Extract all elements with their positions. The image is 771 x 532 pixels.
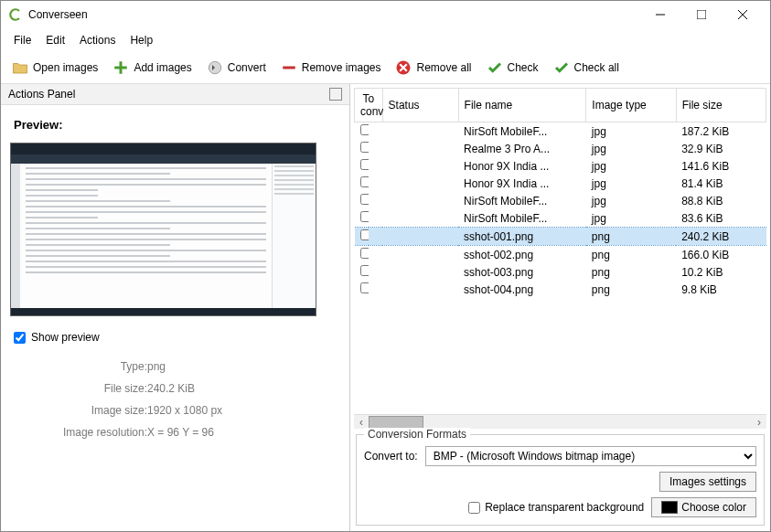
row-size: 83.6 KiB [676, 209, 766, 228]
col-status[interactable]: Status [382, 89, 458, 122]
table-row[interactable]: Honor 9X India ...jpg81.4 KiB [355, 175, 766, 192]
title-bar: Converseen [1, 1, 770, 28]
convert-button[interactable]: Convert [203, 58, 270, 78]
row-status [382, 122, 458, 141]
table-row[interactable]: NirSoft MobileF...jpg83.6 KiB [355, 209, 766, 228]
col-image-type[interactable]: Image type [586, 89, 676, 122]
row-status [382, 140, 458, 157]
table-row[interactable]: Honor 9X India ...jpg141.6 KiB [355, 157, 766, 175]
row-checkbox[interactable] [360, 124, 369, 135]
row-status [382, 228, 458, 246]
scroll-right-icon[interactable]: › [752, 415, 766, 430]
row-status [382, 157, 458, 175]
row-filename: sshot-003.png [458, 263, 586, 281]
row-size: 187.2 KiB [676, 122, 766, 141]
remove-images-label: Remove images [302, 61, 381, 74]
col-to-convert[interactable]: To convert [355, 89, 383, 122]
minus-icon [281, 59, 297, 76]
replace-transparent-input[interactable] [468, 502, 480, 514]
horizontal-scrollbar[interactable]: ‹ › [354, 414, 766, 429]
row-type: png [586, 263, 676, 281]
table-row[interactable]: sshot-004.pngpng9.8 KiB [355, 281, 766, 298]
row-type: jpg [586, 192, 676, 209]
info-imagesize-value: 1920 x 1080 px [147, 404, 331, 417]
menu-edit[interactable]: Edit [38, 30, 72, 50]
row-checkbox[interactable] [360, 159, 369, 170]
maximize-button[interactable] [680, 2, 722, 27]
row-status [382, 263, 458, 281]
row-checkbox[interactable] [360, 248, 369, 259]
convert-to-select[interactable]: BMP - (Microsoft Windows bitmap image) [425, 446, 756, 466]
menu-file[interactable]: File [6, 30, 38, 50]
show-preview-input[interactable] [14, 332, 26, 344]
row-status [382, 281, 458, 298]
row-filename: Realme 3 Pro A... [458, 140, 586, 157]
table-row[interactable]: sshot-003.pngpng10.2 KiB [355, 263, 766, 281]
images-settings-button[interactable]: Images settings [659, 472, 756, 492]
replace-transparent-label: Replace transparent background [485, 501, 644, 514]
convert-to-label: Convert to: [364, 450, 418, 463]
col-filename[interactable]: File name [458, 89, 586, 122]
color-swatch-icon [661, 501, 678, 514]
file-table-wrapper[interactable]: To convert Status File name Image type F… [354, 88, 766, 414]
row-checkbox[interactable] [360, 282, 369, 293]
svg-rect-5 [283, 67, 295, 69]
conversion-formats-title: Conversion Formats [364, 428, 470, 441]
preview-heading: Preview: [14, 118, 337, 132]
row-type: jpg [586, 209, 676, 228]
remove-all-button[interactable]: Remove all [391, 58, 475, 78]
row-filename: sshot-002.png [458, 246, 586, 264]
row-type: jpg [586, 157, 676, 175]
check-label: Check [508, 61, 539, 74]
check-all-button[interactable]: Check all [550, 58, 623, 78]
row-filename: NirSoft MobileF... [458, 122, 586, 141]
table-row[interactable]: NirSoft MobileF...jpg187.2 KiB [355, 122, 766, 141]
info-filesize-value: 240.2 KiB [147, 382, 331, 395]
row-checkbox[interactable] [360, 229, 369, 240]
row-checkbox[interactable] [360, 194, 369, 205]
row-checkbox[interactable] [360, 142, 369, 153]
table-row[interactable]: NirSoft MobileF...jpg88.8 KiB [355, 192, 766, 209]
image-info: Type: png File size: 240.2 KiB Image siz… [10, 360, 340, 439]
dock-toggle-icon[interactable] [329, 88, 342, 101]
row-type: jpg [586, 175, 676, 192]
plus-icon [112, 59, 129, 76]
row-filename: sshot-001.png [458, 228, 586, 246]
menu-help[interactable]: Help [123, 30, 160, 50]
show-preview-label: Show preview [31, 331, 100, 344]
window-title: Converseen [28, 8, 639, 21]
convert-label: Convert [228, 61, 266, 74]
add-images-label: Add images [134, 61, 191, 74]
table-row[interactable]: Realme 3 Pro A...jpg32.9 KiB [355, 140, 766, 157]
replace-transparent-checkbox[interactable]: Replace transparent background [468, 501, 644, 514]
row-checkbox[interactable] [360, 265, 369, 276]
row-filename: Honor 9X India ... [458, 157, 586, 175]
show-preview-checkbox[interactable]: Show preview [14, 331, 337, 344]
conversion-formats-group: Conversion Formats Convert to: BMP - (Mi… [356, 434, 765, 526]
choose-color-button[interactable]: Choose color [651, 497, 756, 517]
preview-thumbnail [10, 143, 316, 316]
check-all-label: Check all [574, 61, 619, 74]
toolbar: Open images Add images Convert Remove im… [1, 52, 770, 84]
row-size: 10.2 KiB [676, 263, 766, 281]
row-status [382, 175, 458, 192]
col-file-size[interactable]: File size [676, 89, 766, 122]
table-row[interactable]: sshot-002.pngpng166.0 KiB [355, 246, 766, 264]
row-checkbox[interactable] [360, 176, 369, 187]
row-size: 32.9 KiB [676, 140, 766, 157]
table-row[interactable]: sshot-001.pngpng240.2 KiB [355, 228, 766, 246]
file-table: To convert Status File name Image type F… [354, 88, 766, 298]
row-checkbox[interactable] [360, 211, 369, 222]
add-images-button[interactable]: Add images [109, 58, 195, 78]
remove-images-button[interactable]: Remove images [277, 58, 385, 78]
open-images-button[interactable]: Open images [8, 58, 102, 78]
menu-actions[interactable]: Actions [72, 30, 123, 50]
row-type: jpg [586, 122, 676, 141]
check-button[interactable]: Check [483, 58, 542, 78]
row-filename: sshot-004.png [458, 281, 586, 298]
menu-bar: File Edit Actions Help [1, 28, 770, 52]
info-resolution-value: X = 96 Y = 96 [147, 426, 331, 439]
info-type-value: png [147, 360, 331, 373]
close-button[interactable] [722, 2, 763, 27]
minimize-button[interactable] [639, 2, 680, 27]
